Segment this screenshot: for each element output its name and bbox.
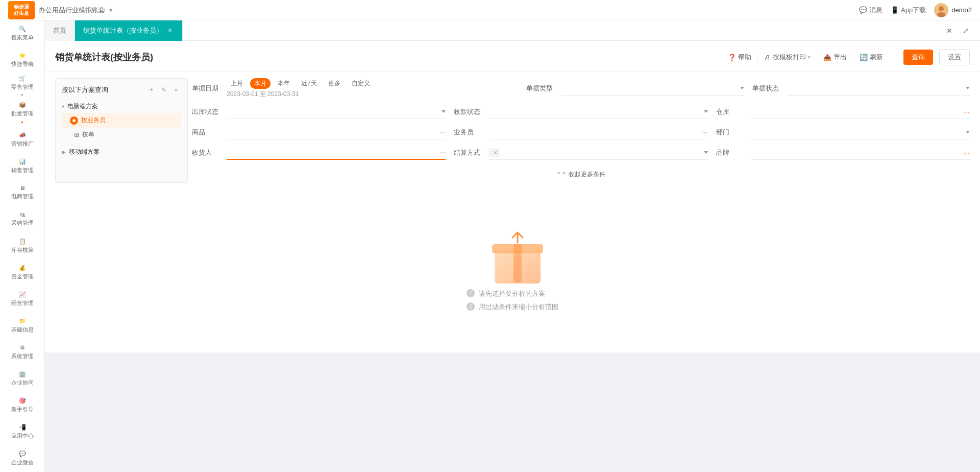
refresh-button[interactable]: 🔄 刷新 <box>860 53 883 62</box>
sidebar-item-search-menu[interactable]: 🔍 搜索菜单 <box>0 20 44 46</box>
order-icon: ⊞ <box>74 131 79 138</box>
scheme-group-mobile-header[interactable]: ▶ 移动端方案 <box>62 146 181 158</box>
out-status-field: 出库状态 <box>192 105 446 119</box>
warehouse-dots[interactable]: ··· <box>964 108 970 116</box>
out-status-arrow <box>442 110 446 113</box>
sidebar-item-base-info[interactable]: 📁 基础信息 <box>0 312 44 339</box>
department-control[interactable] <box>751 125 970 139</box>
scheme-edit-button[interactable]: ✎ <box>159 85 169 95</box>
consignee-control[interactable]: ··· <box>227 146 446 160</box>
clipboard-icon: 📋 <box>19 238 26 245</box>
scheme-item-by-salesperson[interactable]: 按业务员 <box>62 113 181 128</box>
scheme-group-desktop: ▾ 电脑端方案 按业务员 ⊞ 按单 <box>62 100 181 141</box>
sidebar-item-retail[interactable]: 🛒 零售管理 ▾ <box>0 73 44 100</box>
warehouse-control[interactable]: ··· <box>751 105 970 119</box>
sidebar-item-operations[interactable]: 📈 经营管理 <box>0 286 44 312</box>
department-arrow <box>966 131 970 133</box>
sidebar-item-wechat[interactable]: 💬 企业微信 <box>0 445 44 471</box>
goods-dots[interactable]: ··· <box>440 128 446 136</box>
mobile-group-label: 移动端方案 <box>69 148 100 156</box>
retail-arrow: ▾ <box>21 92 23 98</box>
scheme-group-desktop-header[interactable]: ▾ 电脑端方案 <box>62 100 181 113</box>
this-year-btn[interactable]: 本年 <box>274 78 294 89</box>
receipt-status-field: 收款状态 <box>454 105 707 119</box>
scheme-add-button[interactable]: + <box>146 85 157 95</box>
tab-bar: 首页 销货单统计表（按业务员） ✕ ✕ ⤢ <box>45 20 980 41</box>
salesperson-field: 业务员 ··· <box>454 125 707 139</box>
warehouse-field: 仓库 ··· <box>716 105 970 119</box>
tab-sales-stats[interactable]: 销货单统计表（按业务员） ✕ <box>75 20 183 41</box>
date-field: 单据日期 上月 本月 本年 近7天 更多 自定义 <box>192 78 518 99</box>
filter-row-3: 商品 ··· 业务员 <box>192 125 970 139</box>
sidebar-item-app-center[interactable]: 📲 应用中心 <box>0 418 44 445</box>
last-month-btn[interactable]: 上月 <box>227 78 247 89</box>
brand-control[interactable]: ··· <box>751 146 970 160</box>
sidebar-item-quick-nav[interactable]: ⭐ 快捷导航 <box>0 46 44 73</box>
message-button[interactable]: 💬 消息 <box>859 6 883 15</box>
help-button[interactable]: ❓ 帮助 <box>728 53 751 62</box>
date-control: 上月 本月 本年 近7天 更多 自定义 2023-03-01 至 2023-03… <box>223 78 518 99</box>
building-icon: 🏢 <box>19 371 26 377</box>
sidebar-item-enterprise[interactable]: 🏢 企业协同 <box>0 365 44 392</box>
sidebar-item-purchase[interactable]: 🛍 采购管理 <box>0 206 44 232</box>
sidebar-item-marketing[interactable]: 📣 营销推广 <box>0 126 44 153</box>
filter-row-4: 收货人 ··· 结算方式 <box>192 146 970 160</box>
this-month-btn[interactable]: 本月 <box>250 78 271 89</box>
username[interactable]: demo2 <box>951 6 972 14</box>
expand-tab-button[interactable]: ⤢ <box>960 25 972 37</box>
sidebar-item-finance[interactable]: 💰 资金管理 <box>0 259 44 286</box>
breadcrumb-arrow[interactable]: ▾ <box>109 6 113 14</box>
template-print-button[interactable]: 🖨 按模板打印 ▾ <box>764 53 811 62</box>
scheme-collapse-button[interactable]: « <box>171 85 181 95</box>
settlement-control[interactable]: × <box>488 146 707 160</box>
doc-type-control[interactable] <box>561 81 744 96</box>
goods-control[interactable]: ··· <box>227 125 446 139</box>
settings-button[interactable]: 设置 <box>939 49 970 65</box>
consignee-dots[interactable]: ··· <box>440 148 446 156</box>
date-range-text: 2023-03-01 至 2023-03-31 <box>227 90 518 99</box>
sidebar-item-ecommerce[interactable]: 🖥 电商管理 <box>0 179 44 206</box>
logo-text: 畅捷通好生意 <box>14 4 29 16</box>
target-icon: 🎯 <box>19 397 26 404</box>
tab-home[interactable]: 首页 <box>45 20 75 41</box>
close-tab-button[interactable]: ✕ <box>943 25 955 37</box>
salesperson-dots[interactable]: ··· <box>702 128 708 136</box>
app-download-button[interactable]: 📱 App下载 <box>891 6 926 15</box>
tab-close-button[interactable]: ✕ <box>166 27 174 35</box>
receipt-status-control[interactable] <box>488 105 707 119</box>
query-button[interactable]: 查询 <box>903 50 933 65</box>
collapse-btn[interactable]: ⌃⌃ 收起更多条件 <box>192 166 970 183</box>
salesperson-control[interactable]: ··· <box>488 125 707 139</box>
filter-row-2: 出库状态 收款状态 <box>192 105 970 119</box>
doc-status-control[interactable] <box>787 81 970 96</box>
export-button[interactable]: 📤 导出 <box>823 53 847 62</box>
settlement-field: 结算方式 × <box>454 146 707 160</box>
empty-step-2: 2 用过滤条件来缩小分析范围 <box>467 302 558 312</box>
settlement-tag-close[interactable]: × <box>494 149 497 156</box>
scheme-item-by-order[interactable]: ⊞ 按单 <box>62 128 181 141</box>
receipt-status-label: 收款状态 <box>454 107 484 116</box>
sidebar-item-system[interactable]: ⚙ 系统管理 <box>0 339 44 365</box>
sidebar-item-sales[interactable]: 📊 销售管理 <box>0 153 44 179</box>
user-profile[interactable]: demo2 <box>934 3 972 17</box>
scheme-panel: 按以下方案查询 + ✎ « ▾ <box>55 78 188 183</box>
brand-label: 品牌 <box>716 148 747 157</box>
more-btn[interactable]: 更多 <box>324 78 345 89</box>
custom-btn[interactable]: 自定义 <box>348 78 374 89</box>
step-num-2: 2 <box>467 302 475 311</box>
out-status-control[interactable] <box>227 105 446 119</box>
sidebar-item-inventory[interactable]: 📋 库存核算 <box>0 232 44 259</box>
refresh-icon: 🔄 <box>860 54 868 61</box>
brand-dots[interactable]: ··· <box>964 149 970 157</box>
folder-icon: 📁 <box>19 318 26 324</box>
sidebar-item-wholesale[interactable]: 📦 批发管理 ▴ <box>0 100 44 126</box>
last-7-days-btn[interactable]: 近7天 <box>297 78 321 89</box>
empty-step-1: 1 请先选择要分析的方案 <box>467 289 558 298</box>
out-status-label: 出库状态 <box>192 107 223 116</box>
doc-status-field: 单据状态 <box>752 81 970 96</box>
top-bar: 畅捷通好生意 办公用品行业模拟账套 ▾ 💬 消息 📱 App下载 <box>0 0 980 20</box>
divider1 <box>757 54 758 61</box>
date-buttons: 上月 本月 本年 近7天 更多 自定义 <box>227 78 518 89</box>
empty-state-text: 1 请先选择要分析的方案 2 用过滤条件来缩小分析范围 <box>467 289 558 312</box>
sidebar-item-newbie[interactable]: 🎯 新手引导 <box>0 392 44 418</box>
